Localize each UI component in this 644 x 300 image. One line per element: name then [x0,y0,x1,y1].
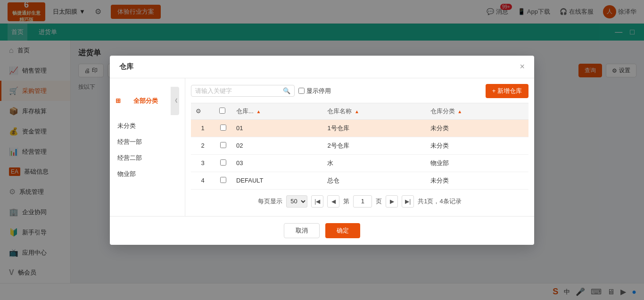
th-checkbox [215,103,231,119]
modal-footer: 取消 确定 [110,216,534,245]
select-all-checkbox[interactable] [219,108,225,114]
category-item-uncategorized[interactable]: 未分类 [110,118,185,134]
modal-header: 仓库 × [110,56,534,78]
sort-icon-category: ▲ [457,109,462,114]
th-category-label: 仓库分类 [430,108,455,115]
table-row[interactable]: 3 03 水 物业部 [191,154,528,172]
td-category-2: 未分类 [426,137,528,154]
td-category-1: 未分类 [426,119,528,137]
th-settings: ⚙ [191,103,215,119]
modal-title: 仓库 [119,62,133,71]
td-category-4: 未分类 [426,172,528,189]
last-page-button[interactable]: ▶| [402,195,414,208]
confirm-button[interactable]: 确定 [325,223,360,238]
category-item-property[interactable]: 物业部 [110,166,185,182]
sort-icon-name: ▲ [355,109,359,114]
td-cb-3 [215,154,231,172]
page-unit: 页 [376,197,382,206]
pagination: 每页显示 50 |◀ ◀ 第 页 ▶ ▶| 共1页，4条记录 [191,190,528,210]
row-checkbox-2[interactable] [220,142,226,148]
row-checkbox-4[interactable] [220,177,226,183]
td-cb-2 [215,137,231,154]
td-name-1: 1号仓库 [322,119,425,137]
table-row[interactable]: 2 02 2号仓库 未分类 [191,137,528,154]
td-code-1: 01 [231,119,322,137]
modal-close-button[interactable]: × [520,62,525,71]
table-row[interactable]: 1 01 1号仓库 未分类 [191,119,528,137]
th-category: 仓库分类 ▲ [426,103,528,119]
modal-body: ⊞ 全部分类 《 未分类 经营一部 经营二部 物业部 🔍 [110,78,534,216]
th-name-label: 仓库名称 [327,108,352,115]
th-code: 仓库... ▲ [231,103,322,119]
table-toolbar: 🔍 显示停用 + 新增仓库 [191,84,528,98]
collapse-button[interactable]: 《 [171,87,179,115]
th-settings-icon[interactable]: ⚙ [196,108,201,115]
category-panel: ⊞ 全部分类 《 未分类 经营一部 经营二部 物业部 [110,78,185,216]
search-icon[interactable]: 🔍 [283,87,290,94]
cancel-button[interactable]: 取消 [284,223,320,238]
td-cb-1 [215,119,231,137]
prev-page-button[interactable]: ◀ [327,195,339,208]
table-panel: 🔍 显示停用 + 新增仓库 ⚙ [185,78,534,216]
show-disabled-checkbox-label[interactable]: 显示停用 [298,87,331,95]
row-checkbox-1[interactable] [220,125,226,131]
page-input[interactable] [353,195,372,208]
show-disabled-label: 显示停用 [306,87,331,95]
table-row[interactable]: 4 DEFAULT 总仓 未分类 [191,172,528,189]
add-warehouse-button[interactable]: + 新增仓库 [486,84,528,98]
warehouse-table: ⚙ 仓库... ▲ 仓库名称 ▲ [191,103,528,190]
search-input[interactable] [195,87,280,94]
td-cb-4 [215,172,231,189]
show-disabled-checkbox[interactable] [298,88,305,94]
category-item-ops1[interactable]: 经营一部 [110,134,185,150]
modal-overlay[interactable]: 仓库 × ⊞ 全部分类 《 未分类 经营一部 经营二部 物业部 [0,0,644,300]
td-num-3: 3 [191,154,215,172]
sort-icon-code: ▲ [256,109,261,114]
next-page-button[interactable]: ▶ [386,195,398,208]
category-all-label: 全部分类 [133,97,158,105]
search-input-wrap: 🔍 [191,85,295,97]
per-page-label: 每页显示 [258,197,282,206]
warehouse-modal: 仓库 × ⊞ 全部分类 《 未分类 经营一部 经营二部 物业部 [110,56,534,245]
td-name-3: 水 [322,154,425,172]
page-label: 第 [343,197,349,206]
td-code-3: 03 [231,154,322,172]
category-item-ops2[interactable]: 经营二部 [110,150,185,166]
th-code-label: 仓库... [236,108,254,115]
grid-icon: ⊞ [116,97,121,104]
th-name: 仓库名称 ▲ [322,103,425,119]
first-page-button[interactable]: |◀ [311,195,323,208]
td-num-2: 2 [191,137,215,154]
td-name-2: 2号仓库 [322,137,425,154]
td-code-2: 02 [231,137,322,154]
td-category-3: 物业部 [426,154,528,172]
row-checkbox-3[interactable] [220,159,226,166]
total-info: 共1页，4条记录 [418,197,461,206]
td-code-4: DEFAULT [231,172,322,189]
per-page-select[interactable]: 50 [286,195,307,208]
category-all-header[interactable]: ⊞ 全部分类 《 [110,84,185,118]
td-name-4: 总仓 [322,172,425,189]
td-num-4: 4 [191,172,215,189]
td-num-1: 1 [191,119,215,137]
